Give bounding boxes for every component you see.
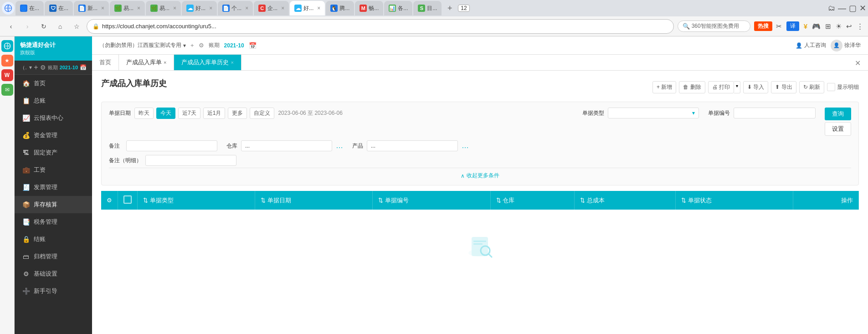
sidebar-item-archive[interactable]: 🗃 归档管理 bbox=[15, 248, 92, 265]
date-yesterday[interactable]: 昨天 bbox=[134, 108, 154, 119]
home-button[interactable]: ⌂ bbox=[54, 20, 67, 33]
doc-no-column-header[interactable]: ⇅ 单据编号 bbox=[373, 191, 490, 210]
print-button[interactable]: 🖨 打印 bbox=[708, 81, 734, 93]
new-button[interactable]: + 新增 bbox=[652, 81, 676, 93]
tab-close-3[interactable]: × bbox=[101, 5, 104, 11]
sidebar-item-ledger[interactable]: 📋 总账 bbox=[15, 92, 92, 109]
settings-icon[interactable]: ⚙ bbox=[40, 64, 46, 71]
date-1month[interactable]: 近1月 bbox=[203, 108, 226, 119]
game-icon[interactable]: 🎮 bbox=[812, 22, 821, 31]
print-dropdown-arrow[interactable]: ▾ bbox=[734, 81, 740, 93]
tab-close-5[interactable]: × bbox=[173, 5, 176, 11]
breadcrumb-home[interactable]: 首页 bbox=[92, 55, 119, 70]
rail-icon-orange[interactable]: ★ bbox=[1, 55, 13, 67]
sidebar-item-fund[interactable]: 💰 资金管理 bbox=[15, 127, 92, 144]
display-checkbox[interactable] bbox=[827, 83, 835, 91]
back-button[interactable]: ‹ bbox=[5, 20, 17, 33]
sidebar-item-guide[interactable]: ➕ 新手引导 bbox=[15, 283, 92, 300]
minimize-icon[interactable]: — bbox=[838, 4, 846, 13]
warehouse-input[interactable] bbox=[241, 140, 332, 151]
rail-icon-weibo[interactable]: W bbox=[1, 69, 13, 81]
tab-product-list[interactable]: 产成品入库单 × bbox=[119, 55, 174, 70]
tab-count[interactable]: 12 bbox=[458, 5, 469, 12]
delete-button[interactable]: 🗑 删除 bbox=[679, 81, 705, 93]
gear-icon[interactable]: ⚙ bbox=[199, 42, 204, 49]
url-bar[interactable]: 🔒 https://cloud.chanjet.com/accounting/u… bbox=[87, 19, 674, 34]
calendar-icon[interactable]: 📅 bbox=[80, 64, 87, 71]
rmb-icon[interactable]: ¥ bbox=[804, 22, 807, 30]
doc-type-select[interactable]: ▾ bbox=[608, 108, 699, 118]
remark-input[interactable] bbox=[126, 140, 217, 151]
total-cost-column-header[interactable]: ⇅ 总成本 bbox=[575, 191, 676, 210]
sidebar-item-close[interactable]: 🔒 结账 bbox=[15, 231, 92, 248]
collapse-filter-button[interactable]: ∧ 收起更多条件 bbox=[109, 168, 851, 180]
tab-qi[interactable]: C 企... × bbox=[254, 1, 289, 15]
tab-yi2[interactable]: 🌿 易... × bbox=[146, 1, 181, 15]
sidebar-item-settings[interactable]: ⚙ 基础设置 bbox=[15, 265, 92, 283]
refresh-button[interactable]: ↻ bbox=[37, 20, 50, 33]
more-icon[interactable]: ⋮ bbox=[857, 22, 863, 31]
product-input[interactable] bbox=[367, 140, 458, 151]
hot-search-badge[interactable]: 热搜 bbox=[754, 21, 772, 31]
sidebar-item-home[interactable]: 🏠 首页 bbox=[15, 75, 92, 92]
sidebar-item-tax[interactable]: 📑 税务管理 bbox=[15, 213, 92, 231]
doc-no-input[interactable] bbox=[734, 108, 816, 118]
tab-hao1[interactable]: ☁ 好... × bbox=[182, 1, 217, 15]
tab-mu[interactable]: S 目... bbox=[413, 1, 442, 15]
close-window-icon[interactable]: ✕ bbox=[859, 3, 866, 13]
select-all-checkbox[interactable] bbox=[123, 195, 132, 204]
grid-icon[interactable]: ⊞ bbox=[825, 22, 831, 31]
checkbox-column-header[interactable] bbox=[118, 191, 138, 210]
search-bar[interactable]: 🔍 360智能抠图免费用 bbox=[678, 21, 750, 32]
new-tab-button[interactable]: + bbox=[442, 1, 457, 15]
tab-yi1[interactable]: 🌿 易... × bbox=[110, 1, 145, 15]
tab-ge[interactable]: 📄 个... × bbox=[218, 1, 253, 15]
warehouse-column-header[interactable]: ⇅ 仓库 bbox=[490, 191, 575, 210]
tab-product-history[interactable]: 产成品入库单历史 × bbox=[174, 55, 241, 70]
customer-service[interactable]: 👤 人工咨询 bbox=[796, 41, 826, 49]
gear-column-header[interactable]: ⚙ bbox=[101, 191, 118, 210]
tab-hao2[interactable]: ☁ 好... × bbox=[290, 1, 325, 15]
product-dots[interactable]: … bbox=[462, 142, 469, 150]
forward-button[interactable]: › bbox=[21, 20, 34, 33]
tab-close-4[interactable]: × bbox=[137, 5, 140, 11]
undo-icon[interactable]: ↩ bbox=[846, 22, 852, 31]
maximize-icon[interactable]: ▢ bbox=[849, 3, 857, 13]
tab-close-7[interactable]: × bbox=[245, 5, 248, 11]
tab-shield[interactable]: 🛡 在... bbox=[45, 1, 73, 15]
doc-date-column-header[interactable]: ⇅ 单据日期 bbox=[255, 191, 373, 210]
tab-close-9[interactable]: × bbox=[317, 5, 320, 11]
sidebar-item-fixed[interactable]: 🏗 固定资产 bbox=[15, 144, 92, 161]
cut-icon[interactable]: ✂ bbox=[776, 22, 782, 31]
bookmark-button[interactable]: ☆ bbox=[70, 20, 83, 33]
tab-tencent[interactable]: 🐧 腾... bbox=[326, 1, 354, 15]
restore-window-icon[interactable]: 🗂 bbox=[828, 4, 835, 12]
tab-close-8[interactable]: × bbox=[281, 5, 284, 11]
tab-close-6[interactable]: × bbox=[209, 5, 212, 11]
sidebar-item-invoice[interactable]: 🧾 发票管理 bbox=[15, 179, 92, 196]
company-select[interactable]: （勿删勿禁用）江西服宝测试专用 ▾ bbox=[99, 41, 186, 49]
rail-icon-app[interactable] bbox=[1, 40, 13, 52]
tab-chang[interactable]: M 畅... bbox=[355, 1, 383, 15]
warehouse-dots[interactable]: … bbox=[336, 142, 343, 150]
tab-zaitu[interactable]: 🌀 在... bbox=[15, 1, 44, 15]
remark-detail-input[interactable] bbox=[145, 155, 236, 166]
doc-status-column-header[interactable]: ⇅ 单据状态 bbox=[676, 191, 793, 210]
export-button[interactable]: ⬆ 导出 bbox=[771, 81, 796, 93]
sidebar-item-inventory[interactable]: 📦 库存核算 bbox=[15, 196, 92, 213]
doc-type-column-header[interactable]: ⇅ 单据类型 bbox=[138, 191, 255, 210]
date-more[interactable]: 更多 bbox=[228, 108, 247, 119]
calendar-icon-top[interactable]: 📅 bbox=[249, 42, 257, 49]
sidebar-item-salary[interactable]: 💼 工资 bbox=[15, 161, 92, 179]
translate-icon[interactable]: 译 bbox=[786, 21, 799, 31]
date-7days[interactable]: 近7天 bbox=[178, 108, 200, 119]
browser-icon[interactable] bbox=[2, 2, 15, 15]
date-today[interactable]: 今天 bbox=[156, 108, 175, 119]
add-icon[interactable]: + bbox=[34, 63, 38, 72]
sidebar-item-report[interactable]: 📈 云报表中心 bbox=[15, 109, 92, 127]
date-custom[interactable]: 自定义 bbox=[250, 108, 274, 119]
tab-ge2[interactable]: 📊 各... bbox=[384, 1, 412, 15]
tab-new[interactable]: 📄 新... × bbox=[74, 1, 109, 15]
query-button[interactable]: 查询 bbox=[825, 108, 851, 120]
brightness-icon[interactable]: ☀ bbox=[836, 22, 842, 31]
